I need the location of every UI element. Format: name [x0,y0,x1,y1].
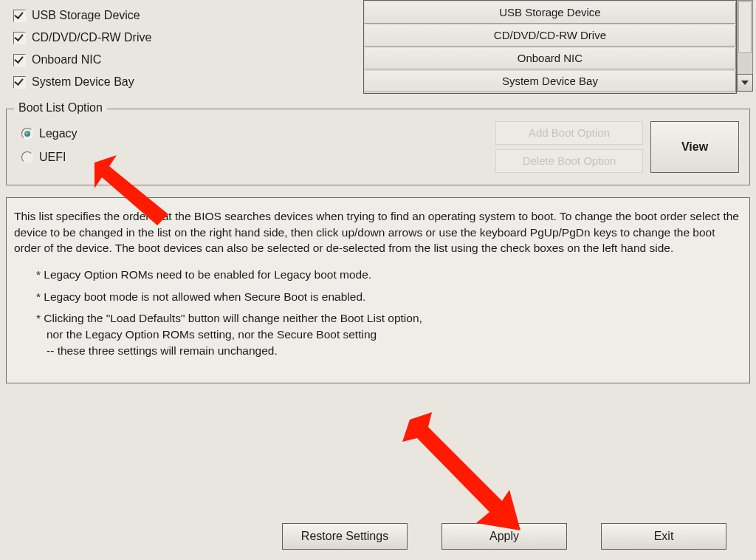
checkbox-label: CD/DVD/CD-RW Drive [32,31,151,44]
view-button-label: View [681,140,708,154]
help-bullet: * Legacy boot mode is not allowed when S… [36,289,742,305]
view-button[interactable]: View [650,121,739,173]
boot-list-action-buttons: Add Boot Option Delete Boot Option View [495,121,739,173]
chevron-down-icon [741,81,749,85]
boot-order-list[interactable]: USB Storage Device CD/DVD/CD-RW Drive On… [363,0,737,94]
exit-button[interactable]: Exit [601,523,726,550]
checkbox-label: Onboard NIC [32,53,101,66]
help-paragraph: This list specifies the order that the B… [14,208,742,256]
boot-list-disabled-buttons: Add Boot Option Delete Boot Option [495,121,643,173]
boot-order-item[interactable]: System Device Bay [364,70,736,92]
boot-device-checkbox-nic[interactable]: Onboard NIC [13,49,363,71]
svg-marker-1 [402,412,520,530]
restore-settings-button[interactable]: Restore Settings [282,523,408,550]
delete-boot-option-button: Delete Boot Option [495,149,643,173]
radio-label: UEFI [39,151,66,164]
button-label: Restore Settings [301,530,388,543]
footer-button-bar: Restore Settings Apply Exit [0,523,756,550]
apply-button[interactable]: Apply [441,523,567,550]
checkbox-icon [13,10,26,22]
boot-devices-section: USB Storage Device CD/DVD/CD-RW Drive On… [0,0,756,94]
help-bullet-sub: -- these three settings will remain unch… [36,343,742,359]
add-boot-option-button: Add Boot Option [495,121,643,145]
help-bullets: * Legacy Option ROMs need to be enabled … [14,267,742,358]
checkbox-icon [13,54,26,66]
scroll-down-button[interactable] [737,74,753,92]
checkbox-label: USB Storage Device [32,9,140,22]
radio-icon [21,128,33,140]
fieldset-legend: Boot List Option [14,101,107,115]
boot-order-list-container: USB Storage Device CD/DVD/CD-RW Drive On… [363,0,750,94]
help-bullet: * Legacy Option ROMs need to be enabled … [36,267,742,283]
boot-order-item[interactable]: USB Storage Device [364,1,736,24]
help-description-panel: This list specifies the order that the B… [6,197,750,383]
button-label: Apply [489,530,519,543]
checkbox-icon [13,32,26,44]
boot-device-checkbox-cddvd[interactable]: CD/DVD/CD-RW Drive [13,27,363,49]
annotation-arrow-apply [402,412,528,538]
help-bullet-sub: nor the Legacy Option ROMs setting, nor … [36,327,742,343]
boot-device-checkbox-usb[interactable]: USB Storage Device [13,4,363,27]
button-label: Exit [654,530,674,543]
radio-label: Legacy [39,127,78,140]
boot-device-checkbox-sysbay[interactable]: System Device Bay [13,71,363,93]
checkbox-icon [13,76,26,89]
boot-devices-checkboxes: USB Storage Device CD/DVD/CD-RW Drive On… [6,0,363,94]
boot-list-option-fieldset: Boot List Option Legacy UEFI Add Boot Op… [6,109,750,185]
boot-order-item[interactable]: CD/DVD/CD-RW Drive [364,24,736,47]
checkbox-label: System Device Bay [32,75,134,89]
boot-order-item[interactable]: Onboard NIC [364,47,736,69]
help-bullet: * Clicking the "Load Defaults" button wi… [36,310,742,327]
scroll-thumb[interactable] [738,1,752,53]
radio-icon [21,151,33,163]
